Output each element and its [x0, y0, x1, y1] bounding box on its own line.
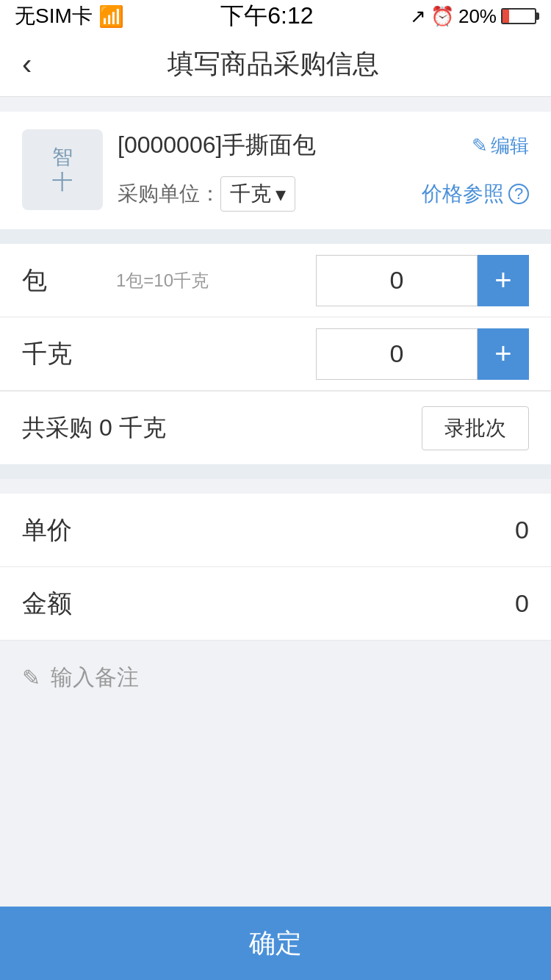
bag-label: 包	[22, 264, 110, 298]
summary-text: 共采购 0 千克	[22, 412, 166, 444]
amount-value: 0	[515, 589, 529, 618]
edit-button[interactable]: ✎ 编辑	[472, 133, 529, 159]
edit-icon: ✎	[472, 134, 488, 157]
batch-button[interactable]: 录批次	[422, 406, 529, 450]
unit-label: 采购单位：	[118, 180, 220, 208]
section-divider-2	[0, 464, 551, 479]
kg-number-input[interactable]	[316, 328, 478, 380]
back-button[interactable]: ‹	[22, 48, 46, 81]
chevron-down-icon: ▾	[276, 182, 286, 206]
time-display: 下午6:12	[220, 0, 313, 32]
bag-number-input[interactable]	[316, 255, 478, 306]
kg-label: 千克	[22, 337, 110, 371]
unit-row: 采购单位： 千克 ▾ 价格参照 ?	[118, 176, 529, 212]
bag-plus-button[interactable]: +	[478, 255, 529, 306]
unit-price-value: 0	[515, 516, 529, 544]
unit-select-group: 采购单位： 千克 ▾	[118, 176, 295, 212]
status-right: ↗ ⏰ 20%	[410, 5, 536, 28]
product-name: [0000006]手撕面包	[118, 129, 316, 162]
battery-fill	[503, 10, 509, 23]
bag-sublabel: 1包=10千克	[116, 269, 209, 292]
page-title: 填写商品采购信息	[46, 46, 500, 82]
carrier-text: 无SIM卡	[15, 2, 93, 30]
wifi-icon: 📶	[98, 4, 124, 29]
location-icon: ↗	[410, 5, 426, 28]
bag-input-group: +	[316, 255, 529, 306]
bag-input-row: 包 1包=10千克 +	[0, 244, 551, 317]
product-card: 智 十 [0000006]手撕面包 ✎ 编辑 采购单位： 千克 ▾ 价格参照 ?	[0, 112, 551, 229]
unit-price-label: 单价	[22, 514, 72, 547]
product-name-row: [0000006]手撕面包 ✎ 编辑	[118, 129, 529, 162]
kg-input-group: +	[316, 328, 529, 380]
product-info: [0000006]手撕面包 ✎ 编辑 采购单位： 千克 ▾ 价格参照 ?	[118, 129, 529, 212]
status-bar: 无SIM卡 📶 下午6:12 ↗ ⏰ 20%	[0, 0, 551, 32]
section-divider-1	[0, 229, 551, 244]
unit-price-row: 单价 0	[0, 494, 551, 567]
price-reference-button[interactable]: 价格参照 ?	[422, 180, 529, 208]
bottom-spacer	[0, 715, 551, 862]
kg-plus-button[interactable]: +	[478, 328, 529, 380]
product-logo: 智 十	[52, 145, 73, 194]
nav-bar: ‹ 填写商品采购信息	[0, 32, 551, 97]
price-section: 单价 0 金额 0	[0, 494, 551, 641]
alarm-icon: ⏰	[431, 5, 454, 28]
notes-placeholder: 输入备注	[51, 663, 139, 693]
summary-row: 共采购 0 千克 录批次	[0, 391, 551, 464]
battery-indicator	[501, 8, 536, 24]
status-left: 无SIM卡 📶	[15, 2, 124, 30]
kg-input-row: 千克 +	[0, 317, 551, 391]
unit-dropdown[interactable]: 千克 ▾	[220, 176, 295, 212]
pencil-icon: ✎	[22, 665, 40, 691]
notes-section[interactable]: ✎ 输入备注	[0, 641, 551, 715]
confirm-button[interactable]: 确定	[0, 907, 551, 980]
battery-percent: 20%	[458, 5, 497, 28]
amount-row: 金额 0	[0, 567, 551, 641]
product-image: 智 十	[22, 129, 103, 210]
input-section: 包 1包=10千克 + 千克 +	[0, 244, 551, 391]
help-icon: ?	[508, 184, 529, 204]
amount-label: 金额	[22, 587, 72, 621]
